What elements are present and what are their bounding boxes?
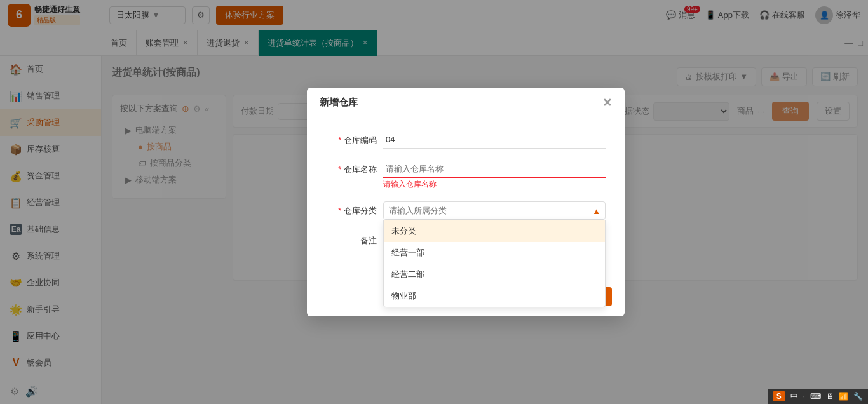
status-bar: S 中 · ⌨ 🖥 📶 🔧 xyxy=(768,389,868,404)
category-select-wrap: ▲ 未分类 经营一部 经营二部 物业部 xyxy=(383,201,606,220)
dialog-close-button[interactable]: ✕ xyxy=(602,97,612,109)
code-field-row: 仓库编码 xyxy=(326,131,606,149)
status-kbd: ⌨ xyxy=(810,392,821,401)
status-monitor: 🖥 xyxy=(826,392,834,401)
dialog-header: 新增仓库 ✕ xyxy=(307,88,625,118)
status-signal: 📶 xyxy=(839,392,848,401)
category-label: 仓库分类 xyxy=(326,201,377,217)
status-tool: 🔧 xyxy=(853,392,863,401)
remark-label: 备注 xyxy=(326,231,377,246)
category-field-row: 仓库分类 ▲ 未分类 经营一部 经营二部 物业部 xyxy=(326,201,606,220)
dropdown-item-unclassified[interactable]: 未分类 xyxy=(384,220,605,242)
dialog-body: 仓库编码 仓库名称 请输入仓库名称 仓库分类 ▲ 未分类 经营一部 经营二部 xyxy=(307,118,625,281)
select-arrow-icon[interactable]: ▲ xyxy=(592,206,600,215)
new-warehouse-dialog: 新增仓库 ✕ 仓库编码 仓库名称 请输入仓库名称 仓库分类 ▲ 未分类 xyxy=(307,88,625,316)
dialog-title: 新增仓库 xyxy=(320,97,358,109)
dropdown-item-dept2[interactable]: 经营二部 xyxy=(384,264,605,285)
name-error-msg: 请输入仓库名称 xyxy=(383,179,606,190)
category-dropdown: 未分类 经营一部 经营二部 物业部 xyxy=(383,220,606,307)
s-logo: S xyxy=(773,391,785,401)
dropdown-item-dept1[interactable]: 经营一部 xyxy=(384,242,605,264)
name-field-row: 仓库名称 请输入仓库名称 xyxy=(326,160,606,190)
status-dot: · xyxy=(803,392,805,401)
dropdown-item-dept3[interactable]: 物业部 xyxy=(384,285,605,307)
code-input[interactable] xyxy=(383,131,606,149)
name-label: 仓库名称 xyxy=(326,160,377,175)
category-input[interactable] xyxy=(383,201,606,220)
name-input-group: 请输入仓库名称 xyxy=(383,160,606,190)
name-input[interactable] xyxy=(383,160,606,178)
code-label: 仓库编码 xyxy=(326,131,377,146)
status-zh: 中 xyxy=(790,391,798,402)
